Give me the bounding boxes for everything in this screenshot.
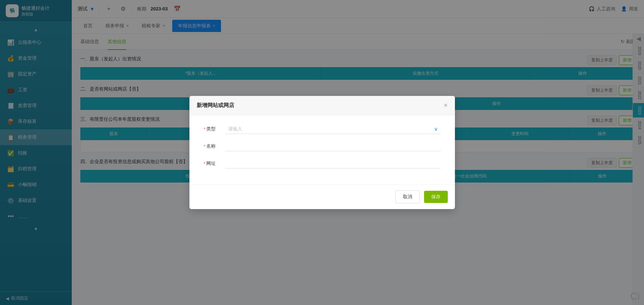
dialog-header: 新增网站或网店 × (189, 96, 455, 115)
type-input[interactable] (225, 124, 441, 134)
cancel-button[interactable]: 取消 (395, 190, 420, 203)
form-field-name: * 名称 (204, 141, 441, 151)
type-label-text: 类型 (206, 126, 216, 132)
url-label: * 网址 (204, 160, 225, 167)
name-label-text: 名称 (206, 143, 216, 149)
url-input[interactable] (225, 158, 441, 168)
dialog-body: * 类型 ∨ * 名称 * 网址 (189, 115, 455, 184)
type-select-wrapper: ∨ (225, 124, 441, 134)
name-label: * 名称 (204, 143, 225, 149)
add-website-dialog: 新增网站或网店 × * 类型 ∨ * 名称 (189, 96, 455, 209)
name-required: * (204, 144, 206, 149)
dialog-close-button[interactable]: × (444, 102, 448, 109)
save-button[interactable]: 保存 (424, 191, 448, 203)
dialog-footer: 取消 保存 (189, 184, 455, 209)
url-required: * (204, 161, 206, 166)
form-field-url: * 网址 (204, 158, 441, 168)
dialog-title: 新增网站或网店 (197, 102, 234, 109)
modal-overlay: 新增网站或网店 × * 类型 ∨ * 名称 (0, 0, 644, 305)
form-field-type: * 类型 ∨ (204, 124, 441, 134)
type-required: * (204, 126, 206, 132)
url-label-text: 网址 (206, 160, 216, 167)
type-label: * 类型 (204, 126, 225, 132)
name-input[interactable] (225, 141, 441, 151)
